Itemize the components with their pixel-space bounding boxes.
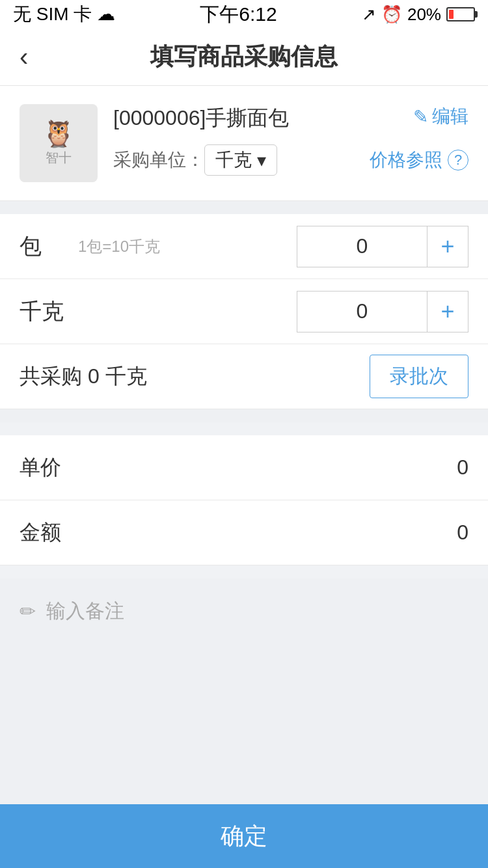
status-bar: 无 SIM 卡 ☁ 下午6:12 ↗ ⏰ 20% (0, 0, 488, 29)
unit-price-row: 单价 0 (0, 435, 488, 500)
page-title: 填写商品采购信息 (150, 41, 338, 73)
alarm-icon: ⏰ (381, 5, 402, 25)
price-ref-button[interactable]: 价格参照 ? (370, 148, 468, 172)
amount-value: 0 (457, 521, 468, 545)
amount-label: 金额 (20, 519, 61, 547)
location-icon: ↗ (362, 5, 376, 25)
battery-icon (446, 7, 475, 21)
unit-price-value: 0 (457, 455, 468, 480)
product-card: 🦉 智十 [0000006]手撕面包 ✎ 编辑 采购单位： 千克 ▾ (0, 86, 488, 201)
quantity-input-wrap-bao: + (297, 226, 468, 267)
price-section: 单价 0 金额 0 (0, 435, 488, 565)
total-text: 共采购 0 千克 (20, 362, 147, 391)
batch-button[interactable]: 录批次 (370, 355, 468, 398)
section-separator-1 (0, 201, 488, 214)
chevron-down-icon: ▾ (257, 150, 266, 171)
quantity-label-bao: 包 (20, 232, 72, 262)
quantity-row-kg: 千克 + (0, 279, 488, 344)
status-right: ↗ ⏰ 20% (362, 5, 475, 25)
unit-price-label: 单价 (20, 454, 61, 482)
back-button[interactable]: ‹ (20, 42, 28, 72)
total-row: 共采购 0 千克 录批次 (0, 344, 488, 409)
unit-label: 采购单位： (113, 148, 204, 172)
notes-icon: ✏ (20, 600, 36, 623)
quantity-input-bao[interactable] (297, 226, 427, 267)
quantity-section: 包 1包=10千克 + 千克 + (0, 214, 488, 344)
help-icon: ? (448, 150, 468, 170)
battery-percent: 20% (407, 5, 441, 25)
nav-bar: ‹ 填写商品采购信息 (0, 29, 488, 86)
product-logo-icon: 🦉 (42, 120, 75, 146)
quantity-input-wrap-kg: + (297, 291, 468, 332)
product-logo-text: 智十 (46, 149, 72, 167)
price-ref-label: 价格参照 (370, 148, 442, 172)
status-time: 下午6:12 (200, 1, 277, 28)
product-info: [0000006]手撕面包 ✎ 编辑 采购单位： 千克 ▾ 价格参照 ? (113, 104, 468, 176)
confirm-button[interactable]: 确定 (0, 804, 488, 868)
edit-label: 编辑 (432, 104, 468, 129)
unit-value: 千克 (215, 148, 252, 172)
product-name: [0000006]手撕面包 (113, 104, 289, 133)
quantity-label-kg: 千克 (20, 297, 72, 327)
product-unit-row: 采购单位： 千克 ▾ 价格参照 ? (113, 144, 468, 176)
quantity-plus-kg[interactable]: + (427, 291, 468, 332)
status-left: 无 SIM 卡 ☁ (13, 2, 115, 27)
product-image: 🦉 智十 (20, 104, 98, 182)
product-header: [0000006]手撕面包 ✎ 编辑 (113, 104, 468, 133)
edit-icon: ✎ (413, 106, 428, 128)
sim-status: 无 SIM 卡 ☁ (13, 2, 115, 27)
notes-placeholder: 输入备注 (46, 598, 124, 625)
amount-row: 金额 0 (0, 500, 488, 565)
unit-select[interactable]: 千克 ▾ (204, 144, 277, 176)
quantity-row-bao: 包 1包=10千克 + (0, 214, 488, 279)
notes-section[interactable]: ✏ 输入备注 (0, 578, 488, 644)
quantity-sublabel-bao: 1包=10千克 (78, 236, 160, 257)
quantity-input-kg[interactable] (297, 291, 427, 332)
section-separator-2 (0, 409, 488, 422)
edit-button[interactable]: ✎ 编辑 (413, 104, 468, 129)
quantity-plus-bao[interactable]: + (427, 226, 468, 267)
unit-selector-area: 采购单位： 千克 ▾ (113, 144, 277, 176)
